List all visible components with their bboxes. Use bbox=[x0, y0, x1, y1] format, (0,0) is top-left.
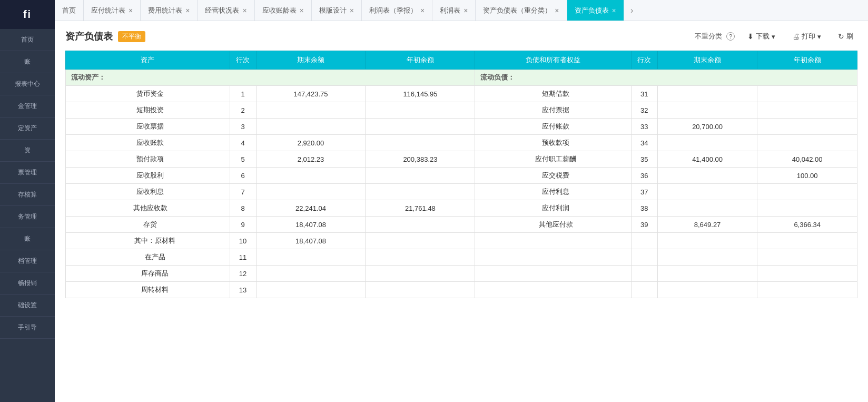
right-begin-balance[interactable]: 100.00 bbox=[757, 168, 857, 184]
right-begin-balance[interactable] bbox=[757, 249, 857, 266]
left-begin-balance[interactable] bbox=[366, 233, 475, 249]
sidebar-item-inventory[interactable]: 存核算 bbox=[0, 184, 55, 206]
tab-close-template[interactable]: × bbox=[350, 6, 354, 15]
left-name-cell[interactable]: 库存商品 bbox=[66, 266, 230, 282]
tab-profit-quarterly[interactable]: 利润表（季报） × bbox=[362, 0, 432, 21]
left-begin-balance[interactable] bbox=[366, 168, 475, 184]
left-begin-balance[interactable] bbox=[366, 266, 475, 282]
sidebar-item-settings[interactable]: 础设置 bbox=[0, 295, 55, 317]
left-name-cell[interactable]: 预付款项 bbox=[66, 151, 230, 168]
tab-close-profit-quarterly[interactable]: × bbox=[420, 6, 425, 15]
right-end-balance[interactable] bbox=[657, 168, 757, 184]
right-name-cell[interactable]: 预收款项 bbox=[475, 135, 631, 151]
right-name-cell[interactable]: 应付票据 bbox=[475, 102, 631, 119]
right-name-cell[interactable]: 其他应付款 bbox=[475, 217, 631, 233]
left-begin-balance[interactable] bbox=[366, 249, 475, 266]
left-end-balance[interactable] bbox=[256, 168, 366, 184]
left-name-cell[interactable]: 应收股利 bbox=[66, 168, 230, 184]
right-end-balance[interactable] bbox=[657, 135, 757, 151]
tab-expense-stat[interactable]: 费用统计表 × bbox=[141, 0, 198, 21]
left-end-balance[interactable] bbox=[256, 184, 366, 200]
tab-payable-stat[interactable]: 应付统计表 × bbox=[84, 0, 141, 21]
right-end-balance[interactable]: 20,700.00 bbox=[657, 119, 757, 135]
right-end-balance[interactable] bbox=[657, 266, 757, 282]
right-end-balance[interactable]: 41,400.00 bbox=[657, 151, 757, 168]
refresh-btn[interactable]: ↻ 刷 bbox=[834, 30, 857, 43]
sidebar-item-fixed-assets[interactable]: 定资产 bbox=[0, 117, 55, 140]
right-name-cell[interactable]: 应付利润 bbox=[475, 200, 631, 217]
right-name-cell[interactable]: 应交税费 bbox=[475, 168, 631, 184]
right-begin-balance[interactable] bbox=[757, 119, 857, 135]
tab-close-expense-stat[interactable]: × bbox=[185, 6, 190, 15]
right-name-cell[interactable] bbox=[475, 249, 631, 266]
left-name-cell[interactable]: 应收账款 bbox=[66, 135, 230, 151]
right-begin-balance[interactable] bbox=[757, 266, 857, 282]
left-end-balance[interactable] bbox=[256, 119, 366, 135]
left-begin-balance[interactable]: 116,145.95 bbox=[366, 86, 475, 102]
tab-template[interactable]: 模版设计 × bbox=[312, 0, 362, 21]
left-begin-balance[interactable] bbox=[366, 135, 475, 151]
tab-close-profit[interactable]: × bbox=[463, 6, 468, 15]
left-end-balance[interactable] bbox=[256, 282, 366, 298]
left-end-balance[interactable]: 147,423.75 bbox=[256, 86, 366, 102]
right-name-cell[interactable]: 应付账款 bbox=[475, 119, 631, 135]
tab-profit[interactable]: 利润表 × bbox=[432, 0, 476, 21]
right-name-cell[interactable] bbox=[475, 233, 631, 249]
sidebar-item-home[interactable]: 首页 bbox=[0, 29, 55, 51]
right-end-balance[interactable]: 8,649.27 bbox=[657, 217, 757, 233]
right-end-balance[interactable] bbox=[657, 102, 757, 119]
tab-receivable-age[interactable]: 应收账龄表 × bbox=[255, 0, 312, 21]
right-name-cell[interactable]: 短期借款 bbox=[475, 86, 631, 102]
sidebar-item-archive[interactable]: 档管理 bbox=[0, 250, 55, 272]
right-name-cell[interactable]: 应付职工薪酬 bbox=[475, 151, 631, 168]
right-end-balance[interactable] bbox=[657, 282, 757, 298]
right-end-balance[interactable] bbox=[657, 184, 757, 200]
left-name-cell[interactable]: 在产品 bbox=[66, 249, 230, 266]
sidebar-item-bill[interactable]: 票管理 bbox=[0, 162, 55, 184]
left-end-balance[interactable] bbox=[256, 102, 366, 119]
sidebar-item-expense[interactable]: 畅报销 bbox=[0, 272, 55, 295]
right-begin-balance[interactable]: 40,042.00 bbox=[757, 151, 857, 168]
right-end-balance[interactable] bbox=[657, 233, 757, 249]
tab-home[interactable]: 首页 bbox=[55, 0, 84, 21]
tab-close-receivable-age[interactable]: × bbox=[300, 6, 304, 15]
left-begin-balance[interactable] bbox=[366, 184, 475, 200]
left-end-balance[interactable] bbox=[256, 266, 366, 282]
left-begin-balance[interactable] bbox=[366, 119, 475, 135]
left-name-cell[interactable]: 周转材料 bbox=[66, 282, 230, 298]
tab-balance[interactable]: 资产负债表 × bbox=[567, 0, 624, 21]
right-end-balance[interactable] bbox=[657, 200, 757, 217]
right-begin-balance[interactable] bbox=[757, 233, 857, 249]
left-begin-balance[interactable] bbox=[366, 102, 475, 119]
tab-balance-reclassify[interactable]: 资产负债表（重分类） × bbox=[476, 0, 567, 21]
tab-scroll-right[interactable]: › bbox=[624, 6, 640, 15]
download-btn[interactable]: ⬇ 下载 ▾ bbox=[743, 30, 780, 43]
left-end-balance[interactable] bbox=[256, 249, 366, 266]
sidebar-item-tax[interactable]: 务管理 bbox=[0, 206, 55, 228]
sidebar-item-fund[interactable]: 金管理 bbox=[0, 95, 55, 117]
left-name-cell[interactable]: 短期投资 bbox=[66, 102, 230, 119]
left-begin-balance[interactable]: 21,761.48 bbox=[366, 200, 475, 217]
sidebar-item-capital[interactable]: 资 bbox=[0, 140, 55, 162]
sidebar-item-guide[interactable]: 手引导 bbox=[0, 317, 55, 339]
right-begin-balance[interactable] bbox=[757, 200, 857, 217]
sidebar-item-ledger[interactable]: 账 bbox=[0, 51, 55, 73]
right-begin-balance[interactable]: 6,366.34 bbox=[757, 217, 857, 233]
left-name-cell[interactable]: 应收利息 bbox=[66, 184, 230, 200]
left-end-balance[interactable]: 18,407.08 bbox=[256, 217, 366, 233]
no-classify-btn[interactable]: 不重分类 ? bbox=[695, 32, 735, 41]
right-end-balance[interactable] bbox=[657, 86, 757, 102]
tab-operation[interactable]: 经营状况表 × bbox=[198, 0, 254, 21]
right-name-cell[interactable]: 应付利息 bbox=[475, 184, 631, 200]
right-begin-balance[interactable] bbox=[757, 102, 857, 119]
left-name-cell[interactable]: 应收票据 bbox=[66, 119, 230, 135]
sidebar-item-account[interactable]: 账 bbox=[0, 228, 55, 250]
tab-close-operation[interactable]: × bbox=[242, 6, 246, 15]
left-end-balance[interactable]: 18,407.08 bbox=[256, 233, 366, 249]
left-begin-balance[interactable] bbox=[366, 217, 475, 233]
help-icon[interactable]: ? bbox=[726, 32, 735, 41]
right-begin-balance[interactable] bbox=[757, 184, 857, 200]
tab-close-balance[interactable]: × bbox=[612, 6, 616, 15]
left-name-cell[interactable]: 货币资金 bbox=[66, 86, 230, 102]
right-begin-balance[interactable] bbox=[757, 135, 857, 151]
